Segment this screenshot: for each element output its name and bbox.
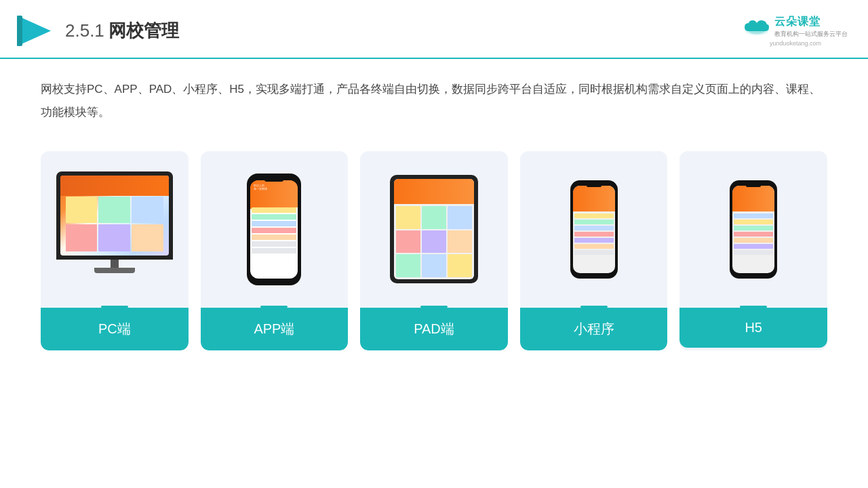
phone-mini-row <box>574 244 614 249</box>
svg-point-3 <box>749 28 765 34</box>
card-h5: H5 <box>679 151 827 350</box>
description-text: 网校支持PC、APP、PAD、小程序、H5，实现多端打通，产品各终端自由切换，数… <box>0 59 868 131</box>
card-pad: PAD端 <box>360 151 508 350</box>
header-left: 2.5.1网校管理 <box>14 12 179 49</box>
card-pad-label: PAD端 <box>360 308 508 350</box>
phone-row <box>252 221 296 226</box>
phone-mini-row <box>734 250 773 255</box>
card-app: 职达人的第一堂网课 APP端 <box>201 151 349 350</box>
title-text: 网校管理 <box>108 20 179 41</box>
card-h5-label: H5 <box>679 308 827 348</box>
page-title: 2.5.1网校管理 <box>65 19 179 43</box>
brand-logo: 云朵课堂 教育机构一站式服务云平台 <box>743 15 848 39</box>
tablet-cell <box>396 230 420 253</box>
monitor-grid <box>66 197 163 251</box>
phone-row <box>252 207 296 213</box>
phone-h5-header <box>732 186 774 212</box>
phone-mini-header <box>573 186 615 212</box>
card-pc: PC端 <box>41 151 189 350</box>
brand-area: 云朵课堂 教育机构一站式服务云平台 yunduoketang.com <box>743 15 848 47</box>
phone-row <box>252 241 296 247</box>
phone-content <box>252 207 296 277</box>
tablet-cell <box>448 206 472 229</box>
monitor-outer <box>56 171 173 260</box>
phone-row <box>252 214 296 220</box>
phone-mini-row <box>734 238 773 243</box>
tablet-cell <box>422 206 446 229</box>
phone-mini-row <box>574 220 614 224</box>
phone-mini-row <box>734 232 773 237</box>
description-paragraph: 网校支持PC、APP、PAD、小程序、H5，实现多端打通，产品各终端自由切换，数… <box>41 78 827 124</box>
screen-cell <box>132 197 163 224</box>
phone-h5-content <box>734 214 773 272</box>
brand-url: yunduoketang.com <box>770 40 821 47</box>
header: 2.5.1网校管理 云朵课堂 教育机构一站式服务云平台 yunduoketang… <box>0 0 868 59</box>
phone-notch <box>264 178 283 182</box>
tablet-cell <box>422 254 446 277</box>
phone-mini-notch2 <box>746 184 761 187</box>
device-cards: PC端 职达人的第一堂网课 <box>0 131 868 364</box>
phone-row <box>252 228 296 233</box>
phone-mini-content <box>574 214 614 272</box>
screen-cell <box>98 224 130 251</box>
tablet-cell <box>448 230 472 253</box>
cloud-icon <box>743 18 770 37</box>
card-app-label: APP端 <box>201 308 349 350</box>
phone-mini-mockup <box>570 180 618 279</box>
brand-name: 云朵课堂 <box>774 15 848 29</box>
phone-mini-row <box>574 226 614 230</box>
tablet-mockup <box>390 175 478 283</box>
brand-text: 云朵课堂 教育机构一站式服务云平台 <box>774 15 848 39</box>
phone-mini-row <box>574 232 614 237</box>
phone-mini-screen <box>573 186 615 273</box>
phone-header: 职达人的第一堂网课 <box>250 180 298 208</box>
phone-h5-mockup <box>730 180 777 279</box>
monitor-base <box>94 268 135 273</box>
card-mini-image <box>520 151 668 300</box>
section-number: 2.5.1 <box>65 20 104 41</box>
monitor-neck <box>111 260 119 268</box>
phone-row <box>252 235 296 240</box>
tablet-content <box>396 206 472 277</box>
tablet-header <box>394 179 474 204</box>
tablet-cell <box>396 206 420 229</box>
brand-slogan: 教育机构一站式服务云平台 <box>774 30 848 39</box>
card-pc-image <box>41 151 189 300</box>
phone-mockup: 职达人的第一堂网课 <box>247 174 301 285</box>
phone-mini-row <box>574 250 614 255</box>
tablet-cell <box>396 254 420 277</box>
card-mini-label: 小程序 <box>520 308 668 350</box>
card-app-image: 职达人的第一堂网课 <box>201 151 349 300</box>
card-h5-image <box>679 151 827 300</box>
phone-row <box>252 248 296 253</box>
tablet-cell <box>448 254 472 277</box>
pc-mockup <box>54 171 176 287</box>
screen-cell <box>66 197 98 224</box>
card-pc-label: PC端 <box>41 308 189 350</box>
card-pad-image <box>360 151 508 300</box>
tablet-cell <box>422 230 446 253</box>
phone-mini-notch <box>587 184 601 187</box>
card-miniprogram: 小程序 <box>520 151 668 350</box>
screen-cell <box>98 197 130 224</box>
tablet-screen <box>394 179 474 279</box>
phone-mini-row <box>734 220 773 224</box>
logo-shape <box>14 12 54 49</box>
screen-cell <box>66 224 98 251</box>
phone-h5-screen <box>732 186 774 273</box>
monitor-screen <box>60 176 169 256</box>
phone-mini-row <box>734 244 773 249</box>
monitor-header <box>60 176 169 196</box>
phone-mini-row <box>734 226 773 230</box>
phone-screen: 职达人的第一堂网课 <box>250 180 298 279</box>
phone-header-text: 职达人的第一堂网课 <box>254 184 267 191</box>
screen-cell <box>132 224 163 251</box>
svg-rect-1 <box>17 16 22 46</box>
phone-mini-row <box>574 238 614 243</box>
phone-mini-row <box>574 214 614 218</box>
phone-mini-row <box>734 214 773 218</box>
